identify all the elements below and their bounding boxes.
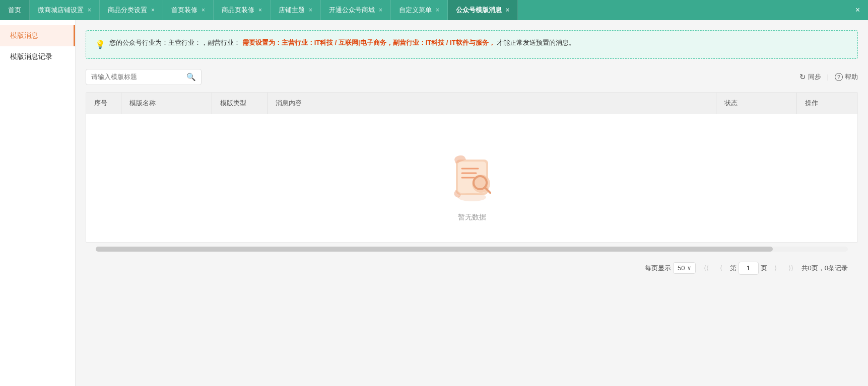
tab-product-decor[interactable]: 商品页装修 × — [214, 0, 271, 20]
tab-product-category[interactable]: 商品分类设置 × — [100, 0, 163, 20]
page-nav: ⟨⟨ ⟨ 第 页 ⟩ ⟩⟩ — [700, 262, 797, 275]
sidebar-item-template-msg[interactable]: 模版消息 — [0, 25, 75, 46]
chevron-down-icon: ∨ — [687, 265, 691, 271]
empty-state: 暂无数据 — [86, 114, 857, 242]
first-page-button[interactable]: ⟨⟨ — [700, 262, 713, 275]
sync-label: 同步 — [808, 72, 821, 82]
col-name: 模版名称 — [121, 93, 212, 114]
search-input[interactable] — [91, 73, 183, 81]
tab-home-decor-close[interactable]: × — [202, 7, 205, 14]
notice-prefix: 您的公众号行业为：主营行业：，副营行业： — [109, 39, 240, 46]
pagination: 每页显示 50 ∨ ⟨⟨ ⟨ 第 页 ⟩ ⟩⟩ 共0页，0条记录 — [86, 256, 858, 281]
search-icon[interactable]: 🔍 — [186, 72, 196, 82]
tab-home-decor-label: 首页装修 — [171, 6, 197, 15]
tab-home-label: 首页 — [8, 6, 21, 15]
scrollbar-thumb[interactable] — [96, 247, 773, 252]
empty-text: 暂无数据 — [458, 213, 486, 222]
notice-box: 💡 您的公众号行业为：主营行业：，副营行业： 需要设置为：主营行业：IT科技 /… — [86, 30, 858, 59]
content-area: 💡 您的公众号行业为：主营行业：，副营行业： 需要设置为：主营行业：IT科技 /… — [76, 20, 868, 386]
help-icon: ? — [835, 73, 843, 81]
tab-template-msg-close[interactable]: × — [506, 7, 509, 14]
tab-product-category-label: 商品分类设置 — [108, 6, 147, 15]
tab-open-shop-close[interactable]: × — [379, 7, 382, 14]
col-status: 状态 — [716, 93, 797, 114]
toolbar-right: ↻ 同步 | ? 帮助 — [799, 72, 858, 82]
tab-product-decor-close[interactable]: × — [258, 7, 262, 14]
tab-micro-shop[interactable]: 微商城店铺设置 × — [30, 0, 100, 20]
tab-template-msg[interactable]: 公众号模版消息 × — [448, 0, 518, 20]
empty-illustration — [442, 144, 502, 205]
sidebar-item-template-msg-log[interactable]: 模版消息记录 — [0, 46, 75, 67]
sync-icon: ↻ — [799, 72, 806, 82]
notice-suffix: 才能正常发送预置的消息。 — [497, 39, 575, 46]
tab-bar: 首页 微商城店铺设置 × 商品分类设置 × 首页装修 × 商品页装修 × 店铺主… — [0, 0, 868, 20]
sync-button[interactable]: ↻ 同步 — [799, 72, 821, 82]
col-index: 序号 — [86, 93, 121, 114]
tab-custom-menu[interactable]: 自定义菜单 × — [391, 0, 448, 20]
tab-micro-shop-label: 微商城店铺设置 — [38, 6, 84, 15]
tab-home[interactable]: 首页 — [0, 0, 30, 20]
data-table: 序号 模版名称 模版类型 消息内容 状态 操作 — [86, 92, 858, 243]
last-page-button[interactable]: ⟩⟩ — [784, 262, 797, 275]
table-header: 序号 模版名称 模版类型 消息内容 状态 操作 — [86, 93, 857, 114]
main-layout: 模版消息 模版消息记录 💡 您的公众号行业为：主营行业：，副营行业： 需要设置为… — [0, 20, 868, 386]
tab-template-msg-label: 公众号模版消息 — [456, 6, 502, 15]
page-label-before: 第 — [730, 264, 737, 273]
current-page-input[interactable] — [739, 262, 759, 275]
tab-bar-close-all[interactable]: × — [847, 6, 868, 15]
page-size-value: 50 — [678, 264, 685, 272]
sidebar: 模版消息 模版消息记录 — [0, 20, 76, 386]
page-size-select: 每页显示 50 ∨ — [645, 262, 695, 274]
tab-product-decor-label: 商品页装修 — [222, 6, 254, 15]
tab-micro-shop-close[interactable]: × — [88, 7, 91, 14]
tab-home-decor[interactable]: 首页装修 × — [163, 0, 214, 20]
notice-highlight: 需要设置为：主营行业：IT科技 / 互联网|电子商务，副营行业：IT科技 / I… — [242, 39, 495, 46]
col-content: 消息内容 — [268, 93, 716, 114]
tab-custom-menu-close[interactable]: × — [436, 7, 439, 14]
col-action: 操作 — [797, 93, 857, 114]
tab-shop-theme-label: 店铺主题 — [279, 6, 305, 15]
tab-product-category-close[interactable]: × — [151, 7, 155, 14]
page-size-dropdown[interactable]: 50 ∨ — [673, 262, 695, 274]
search-input-wrap[interactable]: 🔍 — [86, 69, 202, 85]
help-button[interactable]: ? 帮助 — [835, 72, 858, 82]
tab-custom-menu-label: 自定义菜单 — [399, 6, 432, 15]
tab-shop-theme-close[interactable]: × — [309, 7, 312, 14]
page-label-after: 页 — [761, 264, 767, 273]
tab-shop-theme[interactable]: 店铺主题 × — [271, 0, 321, 20]
col-type: 模版类型 — [212, 93, 268, 114]
page-total: 共0页，0条记录 — [802, 264, 848, 273]
next-page-button[interactable]: ⟩ — [769, 262, 782, 275]
prev-page-button[interactable]: ⟨ — [715, 262, 728, 275]
tab-open-shop-label: 开通公众号商城 — [329, 6, 375, 15]
page-size-label: 每页显示 — [645, 264, 671, 273]
toolbar-divider: | — [827, 73, 829, 81]
horizontal-scrollbar[interactable] — [96, 247, 848, 252]
help-label: 帮助 — [845, 72, 858, 82]
search-row: 🔍 ↻ 同步 | ? 帮助 — [86, 69, 858, 85]
tab-open-shop[interactable]: 开通公众号商城 × — [321, 0, 391, 20]
notice-icon: 💡 — [95, 38, 105, 51]
